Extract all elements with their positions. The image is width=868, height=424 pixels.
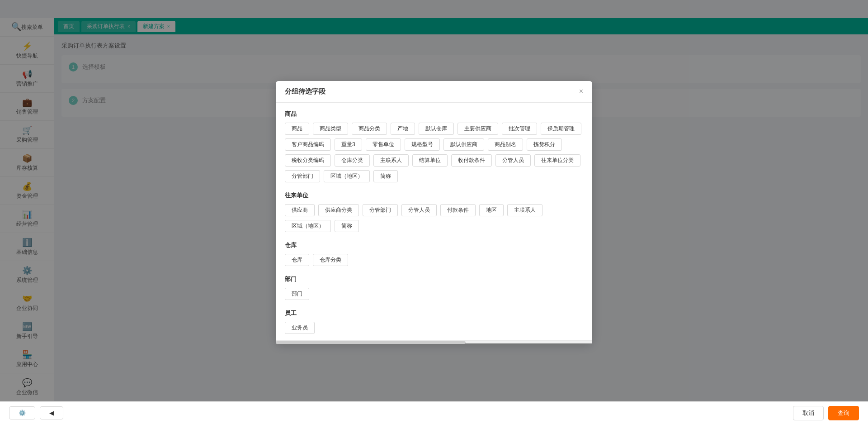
field-tag-payment-terms[interactable]: 收付款条件 — [451, 154, 492, 167]
section-goods-tags: 商品 商品类型 商品分类 产地 默认仓库 主要供应商 批次管理 保质期管理 客户… — [285, 123, 583, 182]
field-tag-dept[interactable]: 分管部门 — [285, 170, 320, 182]
field-tag-pick-points[interactable]: 拣货积分 — [527, 138, 562, 151]
section-employee-title: 员工 — [285, 309, 583, 317]
field-tag-weight3[interactable]: 重量3 — [335, 138, 362, 151]
field-tag-warehouse-cat[interactable]: 仓库分类 — [313, 254, 348, 266]
modal-header: 分组待选字段 × — [276, 81, 592, 103]
field-tag-partner-dept[interactable]: 分管部门 — [363, 204, 398, 216]
section-employee: 员工 业务员 — [285, 309, 583, 334]
modal-dialog: 分组待选字段 × 商品 商品 商品类型 商品分类 产地 默认仓库 主要供应商 批… — [276, 81, 592, 343]
section-goods-title: 商品 — [285, 110, 583, 118]
section-partner-title: 往来单位 — [285, 191, 583, 200]
field-tag-main-supplier[interactable]: 主要供应商 — [458, 123, 498, 135]
section-warehouse: 仓库 仓库 仓库分类 — [285, 241, 583, 266]
collapse-button[interactable]: ◀ — [40, 406, 63, 419]
field-tag-pay-terms[interactable]: 付款条件 — [440, 204, 476, 216]
field-tag-batch-mgmt[interactable]: 批次管理 — [502, 123, 537, 135]
field-tag-supplier[interactable]: 供应商 — [285, 204, 315, 216]
field-tag-partner-region[interactable]: 区域（地区） — [285, 220, 331, 232]
modal-overlay: 分组待选字段 × 商品 商品 商品类型 商品分类 产地 默认仓库 主要供应商 批… — [0, 0, 868, 424]
field-tag-main-contact[interactable]: 主联系人 — [373, 154, 409, 167]
section-warehouse-tags: 仓库 仓库分类 — [285, 254, 583, 266]
modal-horizontal-scrollbar[interactable] — [276, 340, 592, 343]
field-tag-partner-contact[interactable]: 主联系人 — [507, 204, 542, 216]
modal-hscroll-thumb — [276, 341, 466, 344]
field-tag-settlement-unit[interactable]: 结算单位 — [412, 154, 448, 167]
field-tag-expiry-mgmt[interactable]: 保质期管理 — [541, 123, 581, 135]
field-tag-goods[interactable]: 商品 — [285, 123, 309, 135]
field-tag-tax-code[interactable]: 税收分类编码 — [285, 154, 331, 167]
field-tag-retail-unit[interactable]: 零售单位 — [366, 138, 401, 151]
modal-close-button[interactable]: × — [579, 87, 583, 95]
modal-title: 分组待选字段 — [285, 87, 326, 96]
field-tag-area[interactable]: 地区 — [479, 204, 504, 216]
field-tag-goods-alias[interactable]: 商品别名 — [488, 138, 523, 151]
field-tag-origin[interactable]: 产地 — [391, 123, 415, 135]
field-tag-warehouse-category[interactable]: 仓库分类 — [335, 154, 370, 167]
section-employee-tags: 业务员 — [285, 322, 583, 334]
field-tag-warehouse[interactable]: 仓库 — [285, 254, 309, 266]
settings-button[interactable]: ⚙️ — [9, 406, 35, 419]
section-department: 部门 部门 — [285, 275, 583, 300]
section-goods: 商品 商品 商品类型 商品分类 产地 默认仓库 主要供应商 批次管理 保质期管理… — [285, 110, 583, 182]
cancel-button[interactable]: 取消 — [793, 406, 824, 420]
field-tag-salesperson[interactable]: 业务员 — [285, 322, 315, 334]
bottom-left-actions: ⚙️ ◀ — [9, 406, 63, 419]
field-tag-partner-manager[interactable]: 分管人员 — [401, 204, 437, 216]
field-tag-region[interactable]: 区域（地区） — [324, 170, 370, 182]
bottom-right-actions: 取消 查询 — [793, 406, 859, 420]
field-tag-spec-model[interactable]: 规格型号 — [405, 138, 440, 151]
section-warehouse-title: 仓库 — [285, 241, 583, 249]
field-tag-cust-goods-code[interactable]: 客户商品编码 — [285, 138, 331, 151]
field-tag-goods-type[interactable]: 商品类型 — [313, 123, 348, 135]
section-department-tags: 部门 — [285, 288, 583, 300]
field-tag-department[interactable]: 部门 — [285, 288, 309, 300]
field-tag-partner-short[interactable]: 简称 — [335, 220, 359, 232]
bottom-toolbar: ⚙️ ◀ 取消 查询 — [0, 401, 868, 424]
field-tag-goods-category[interactable]: 商品分类 — [352, 123, 387, 135]
modal-body[interactable]: 商品 商品 商品类型 商品分类 产地 默认仓库 主要供应商 批次管理 保质期管理… — [276, 103, 592, 340]
confirm-button[interactable]: 查询 — [828, 406, 859, 420]
section-partner: 往来单位 供应商 供应商分类 分管部门 分管人员 付款条件 地区 主联系人 区域… — [285, 191, 583, 232]
field-tag-short-name[interactable]: 简称 — [373, 170, 398, 182]
field-tag-supplier-category[interactable]: 供应商分类 — [318, 204, 359, 216]
section-department-title: 部门 — [285, 275, 583, 283]
field-tag-biz-unit-category[interactable]: 往来单位分类 — [534, 154, 580, 167]
field-tag-manager[interactable]: 分管人员 — [495, 154, 531, 167]
field-tag-default-warehouse[interactable]: 默认仓库 — [419, 123, 454, 135]
field-tag-default-supplier[interactable]: 默认供应商 — [443, 138, 484, 151]
section-partner-tags: 供应商 供应商分类 分管部门 分管人员 付款条件 地区 主联系人 区域（地区） … — [285, 204, 583, 232]
